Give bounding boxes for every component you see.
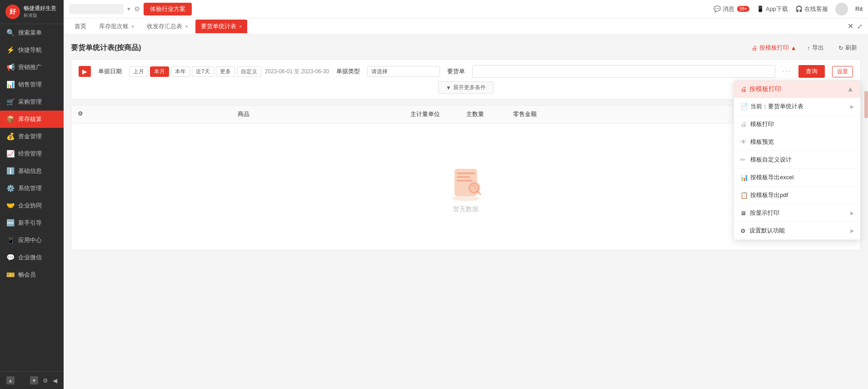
date-btn-more[interactable]: 更多 bbox=[216, 66, 235, 77]
sidebar-item-finance[interactable]: 💰 资金管理 bbox=[0, 128, 64, 145]
col-qty: 主数量 bbox=[452, 110, 498, 118]
dropdown-item-preview[interactable]: 👁 模板预览 bbox=[734, 133, 860, 151]
svg-rect-4 bbox=[457, 180, 473, 182]
col-settings[interactable]: ⚙ bbox=[71, 110, 90, 118]
topbar-search-input[interactable] bbox=[69, 4, 124, 14]
refresh-btn[interactable]: ↻ 刷新 bbox=[835, 42, 861, 54]
dropdown-current-item[interactable]: 📄 当前：要货单统计表 ▶ bbox=[734, 98, 860, 116]
sidebar-item-newguide[interactable]: 🆕 新手引导 bbox=[0, 214, 64, 232]
preview-item-icon: 👁 bbox=[740, 138, 747, 146]
collab-icon: 🤝 bbox=[6, 202, 15, 210]
member-icon: 🎫 bbox=[6, 271, 15, 279]
sidebar-item-collab[interactable]: 🤝 企业协同 bbox=[0, 197, 64, 214]
sidebar-item-operation[interactable]: 📈 经营管理 bbox=[0, 145, 64, 162]
topbar-industry-btn[interactable]: 体验行业方案 bbox=[144, 3, 192, 15]
settings-btn[interactable]: 设置 bbox=[832, 66, 853, 77]
page-close-btn[interactable]: ✕ bbox=[848, 22, 853, 30]
tab-order-stats-close[interactable]: × bbox=[239, 24, 242, 29]
expand-icon: ▼ bbox=[446, 85, 451, 91]
tab-inventory-batch[interactable]: 库存批次账 × bbox=[94, 20, 140, 33]
type-select-wrapper: 请选择 bbox=[367, 66, 440, 77]
filter-collapse-btn[interactable]: ▶ bbox=[79, 66, 91, 77]
sidebar-collapse-icon[interactable]: ◀ bbox=[53, 377, 57, 384]
sidebar-item-basic[interactable]: ℹ️ 基础信息 bbox=[0, 162, 64, 180]
page-maximize-btn[interactable]: ⤢ bbox=[857, 23, 863, 30]
sidebar-item-collab-label: 企业协同 bbox=[18, 202, 42, 210]
topbar-service[interactable]: 🎧 在线客服 bbox=[795, 5, 828, 13]
topbar-gear-icon[interactable]: ⚙ bbox=[134, 5, 140, 13]
appdownload-label: App下载 bbox=[766, 5, 788, 13]
print-btn[interactable]: 🖨 按模板打印 ▲ bbox=[752, 44, 797, 52]
dropdown-item-display-print[interactable]: 🖥 按显示打印 ▶ bbox=[734, 204, 860, 222]
query-btn[interactable]: 查询 bbox=[798, 65, 825, 78]
dropdown-item-excel-label: 按模板导出excel bbox=[750, 173, 793, 182]
app-name-block: 畅捷通好生意 标准版 bbox=[24, 5, 56, 19]
col-goods: 商品 bbox=[90, 110, 398, 118]
sidebar-scroll-down[interactable]: ▼ bbox=[30, 376, 38, 384]
sidebar-item-purchase-label: 采购管理 bbox=[18, 98, 42, 106]
search-icon: 🔍 bbox=[6, 29, 15, 37]
dropdown-header: 🖨 按模板打印 ▲ bbox=[734, 81, 860, 98]
sidebar-item-appcenter-label: 应用中心 bbox=[18, 236, 42, 244]
sidebar-item-inventory-label: 库存核算 bbox=[18, 115, 42, 123]
sidebar-item-marketing[interactable]: 📢 营销推广 bbox=[0, 59, 64, 76]
sidebar-item-quicknav[interactable]: ⚡ 快捷导航 bbox=[0, 41, 64, 59]
dropdown-item-default[interactable]: ⚙ 设置默认功能 ▶ bbox=[734, 222, 860, 240]
marketing-icon: 📢 bbox=[6, 63, 15, 71]
display-print-label: 按显示打印 bbox=[750, 209, 779, 217]
dropdown-item-print[interactable]: 🖨 模板打印 bbox=[734, 116, 860, 133]
dropdown-item-pdf[interactable]: 📋 按模板导出pdf bbox=[734, 187, 860, 204]
scrollbar-thumb[interactable] bbox=[864, 91, 868, 118]
dropdown-item-design[interactable]: ✏ 模板自定义设计 bbox=[734, 151, 860, 169]
sidebar-item-wechat[interactable]: 💬 企业微信 bbox=[0, 249, 64, 266]
date-btn-custom[interactable]: 自定义 bbox=[237, 66, 261, 77]
sidebar-item-system[interactable]: ⚙️ 系统管理 bbox=[0, 180, 64, 197]
sidebar-logo: 好 畅捷通好生意 标准版 bbox=[0, 0, 64, 24]
tab-home[interactable]: 首页 bbox=[69, 20, 92, 33]
date-btn-cur[interactable]: 本月 bbox=[150, 66, 169, 77]
main-area: ▾ ⚙ 体验行业方案 💬 消息 99+ 📱 App下载 🎧 在线客服 Rit 首… bbox=[64, 0, 868, 389]
sidebar-item-inventory[interactable]: 📦 库存核算 bbox=[0, 111, 64, 128]
operation-icon: 📈 bbox=[6, 150, 15, 158]
sidebar-item-appcenter[interactable]: 📱 应用中心 bbox=[0, 232, 64, 249]
current-item-label: 当前：要货单统计表 bbox=[750, 102, 803, 111]
type-select[interactable]: 请选择 bbox=[367, 66, 440, 77]
tab-order-stats[interactable]: 要货单统计表 × bbox=[195, 20, 247, 33]
date-btn-prev[interactable]: 上月 bbox=[129, 66, 148, 77]
date-btn-year[interactable]: 本年 bbox=[171, 66, 190, 77]
goods-filter-input[interactable] bbox=[472, 65, 775, 78]
export-label: 导出 bbox=[812, 44, 824, 52]
tab-receipt-summary[interactable]: 收发存汇总表 × bbox=[141, 20, 193, 33]
empty-illustration bbox=[443, 160, 489, 205]
tab-receipt-summary-close[interactable]: × bbox=[185, 24, 188, 29]
page-content: 要货单统计表(按商品) 🖨 按模板打印 ▲ ↑ 导出 ↻ 刷新 bbox=[64, 35, 868, 389]
newguide-icon: 🆕 bbox=[6, 219, 15, 227]
sidebar-item-member[interactable]: 🎫 畅会员 bbox=[0, 266, 64, 283]
dropdown-close-btn[interactable]: ▲ bbox=[847, 85, 854, 93]
topbar-right: 💬 消息 99+ 📱 App下载 🎧 在线客服 Rit bbox=[713, 3, 863, 15]
sidebar-item-sales[interactable]: 📊 销售管理 bbox=[0, 76, 64, 93]
default-icon: ⚙ bbox=[740, 227, 746, 234]
sidebar-settings-icon[interactable]: ⚙ bbox=[43, 377, 48, 384]
sidebar-search[interactable]: 🔍 搜索菜单 bbox=[0, 24, 64, 41]
page-header: 要货单统计表(按商品) 🖨 按模板打印 ▲ ↑ 导出 ↻ 刷新 bbox=[71, 42, 861, 54]
refresh-icon: ↻ bbox=[838, 45, 843, 51]
date-btn-7day[interactable]: 近7天 bbox=[192, 66, 214, 77]
goods-filter-label: 要货单 bbox=[447, 67, 465, 76]
dropdown-item-excel[interactable]: 📊 按模板导出excel bbox=[734, 169, 860, 187]
print-label: 按模板打印 bbox=[759, 44, 789, 52]
tab-bar: 首页 库存批次账 × 收发存汇总表 × 要货单统计表 × ✕ ⤢ bbox=[64, 18, 868, 35]
sidebar-item-purchase[interactable]: 🛒 采购管理 bbox=[0, 93, 64, 111]
topbar-dropdown-arrow[interactable]: ▾ bbox=[127, 5, 130, 12]
export-btn[interactable]: ↑ 导出 bbox=[804, 42, 828, 54]
topbar-messages[interactable]: 💬 消息 99+ bbox=[713, 5, 749, 13]
more-options-icon[interactable]: ··· bbox=[783, 67, 791, 76]
user-avatar[interactable] bbox=[835, 3, 848, 15]
topbar-appdownload[interactable]: 📱 App下载 bbox=[757, 5, 788, 13]
printer-icon: 🖨 bbox=[752, 45, 758, 51]
expand-btn[interactable]: ▼ 展开更多条件 bbox=[438, 81, 494, 94]
tab-inventory-batch-close[interactable]: × bbox=[131, 24, 134, 29]
dropdown-print-icon: 🖨 bbox=[740, 86, 747, 93]
sidebar-scroll-up[interactable]: ▲ bbox=[6, 376, 15, 384]
print-dropdown: 🖨 按模板打印 ▲ 📄 当前：要货单统计表 ▶ 🖨 模板打印 👁 模板预览 bbox=[733, 80, 861, 240]
